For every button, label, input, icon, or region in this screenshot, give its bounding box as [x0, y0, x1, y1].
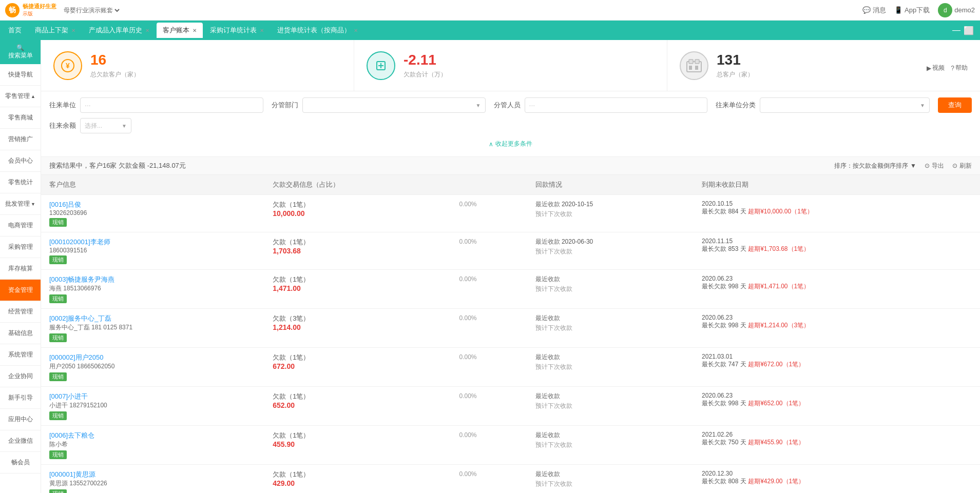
sidebar-item-new-guide[interactable]: 新手引导: [0, 387, 41, 409]
debt-pct: 0.00%: [459, 470, 477, 478]
logo-area: 畅 畅捷通好生意 示版: [5, 3, 56, 17]
sidebar-item-retail-stats[interactable]: 零售统计: [0, 172, 41, 193]
supplier-dots-icon: ···: [85, 101, 91, 109]
customer-name-link[interactable]: [0016]吕俊: [49, 200, 256, 209]
overdue-date: 2020.06.23: [702, 275, 972, 282]
sidebar-item-member-center[interactable]: 会员中心: [0, 150, 41, 172]
stat-info-debt: 16 总欠款客户（家）: [90, 52, 140, 79]
debt-amount[interactable]: 1,471.00: [273, 284, 443, 292]
maximize-icon[interactable]: ⬜: [964, 26, 974, 35]
message-button[interactable]: 💬 消息: [862, 6, 886, 15]
cell-customer-info-5: [0007]小进干 小进干 18279152100 现销: [41, 387, 264, 426]
collapse-button[interactable]: ∧ 收起更多条件: [49, 137, 972, 150]
dept-select[interactable]: ▼: [302, 97, 486, 113]
tab-home[interactable]: 首页: [2, 23, 28, 38]
last-collect-label: 最近收款: [535, 314, 686, 323]
sidebar-item-quick-nav[interactable]: 快捷导航: [0, 64, 41, 86]
sidebar-item-inventory[interactable]: 库存核算: [0, 258, 41, 280]
customer-name-link[interactable]: [0001020001]李老师: [49, 238, 256, 247]
tab-products-off[interactable]: 商品上下架 ✕: [29, 23, 82, 38]
table-row: [000001]黄思源 黄思源 13552700226 现销 欠款（1笔） 42…: [41, 465, 980, 494]
svg-text:¥: ¥: [66, 62, 70, 70]
search-button[interactable]: 查询: [938, 97, 972, 113]
overdue-amount-link[interactable]: 超期¥672.00（1笔）: [748, 361, 804, 368]
debt-amount[interactable]: 1,214.00: [273, 323, 443, 331]
debt-total-label: 欠款合计（万）: [403, 70, 447, 79]
tab-customer-account[interactable]: 客户账本 ✕: [157, 23, 203, 38]
minimize-icon[interactable]: —: [952, 26, 960, 35]
sort-select[interactable]: 排序：按欠款金额倒序排序 ▼: [834, 162, 916, 170]
sidebar-item-basic-info[interactable]: 基础信息: [0, 323, 41, 344]
sidebar-item-retail-mgmt[interactable]: 零售管理 ▲: [0, 86, 41, 107]
balance-select[interactable]: 选择... ▼: [80, 118, 131, 133]
sidebar-item-marketing[interactable]: 营销推广: [0, 129, 41, 150]
sidebar-item-enterprise-coop[interactable]: 企业协同: [0, 366, 41, 387]
overdue-date: 2021.03.01: [702, 353, 972, 360]
filter-supplier: 往来单位 ···: [49, 97, 263, 113]
export-button[interactable]: ⊙ 导出: [925, 162, 944, 170]
debt-amount[interactable]: 10,000.00: [273, 209, 443, 218]
refresh-button[interactable]: ⊙ 刷新: [952, 162, 972, 170]
close-icon[interactable]: ✕: [71, 28, 75, 33]
overdue-amount-link[interactable]: 超期¥1,214.00（3笔）: [748, 322, 810, 329]
chevron-down-icon: ▼: [920, 103, 925, 108]
user-menu[interactable]: d demo2: [938, 3, 975, 17]
debt-amount[interactable]: 672.00: [273, 362, 443, 370]
close-icon[interactable]: ✕: [354, 28, 358, 33]
table-header-row: 客户信息 欠款交易信息（占比） 回款情况 到期未收款日期: [41, 175, 980, 195]
close-icon[interactable]: ✕: [260, 28, 264, 33]
overdue-amount-link[interactable]: 超期¥1,703.68（1笔）: [748, 245, 810, 252]
sidebar-item-vip-member[interactable]: 畅会员: [0, 452, 41, 474]
tab-purchase-stats[interactable]: 进货单统计表（按商品） ✕: [271, 23, 364, 38]
debt-customers-label: 总欠款客户（家）: [90, 70, 140, 79]
cell-debt-info-1: 欠款（1笔） 1,703.68: [264, 232, 451, 270]
sidebar-item-operations[interactable]: 经营管理: [0, 301, 41, 323]
overdue-amount-link[interactable]: 超期¥10,000.00（1笔）: [748, 208, 813, 215]
sidebar-item-retail-mall[interactable]: 零售商城: [0, 107, 41, 129]
customer-name-link[interactable]: [0003]畅捷服务尹海燕: [49, 275, 256, 284]
sidebar-item-app-center[interactable]: 应用中心: [0, 409, 41, 430]
overdue-amount-link[interactable]: 超期¥652.00（1笔）: [748, 400, 804, 407]
customer-name-link[interactable]: [0002]服务中心_丁磊: [49, 314, 256, 323]
help-btn[interactable]: ? 帮助: [951, 64, 968, 72]
customer-name-link[interactable]: [0006]去下粮仓: [49, 431, 256, 440]
close-icon[interactable]: ✕: [193, 28, 197, 33]
overdue-date: 2020.10.15: [702, 200, 972, 207]
debt-amount[interactable]: 652.00: [273, 401, 443, 409]
overdue-amount-link[interactable]: 超期¥429.00（1笔）: [748, 478, 804, 485]
category-select[interactable]: ▼: [760, 97, 930, 113]
supplier-input[interactable]: ···: [80, 97, 263, 113]
video-btn[interactable]: ▶ 视频: [927, 64, 945, 72]
customer-tag: 现销: [49, 411, 67, 420]
top-bar-right: 💬 消息 📱 App下载 d demo2: [862, 3, 975, 17]
sidebar-item-capital[interactable]: 资金管理: [0, 280, 41, 301]
customer-name-link[interactable]: [000001]黄思源: [49, 470, 256, 479]
tab-purchase-order[interactable]: 采购订单统计表 ✕: [204, 23, 270, 38]
tenant-select[interactable]: 母婴行业演示账套: [62, 6, 121, 14]
cell-customer-info-2: [0003]畅捷服务尹海燕 海燕 18513066976 现销: [41, 270, 264, 309]
video-icon: ▶: [927, 65, 931, 72]
customer-name-link[interactable]: [000002]用户2050: [49, 353, 256, 362]
sidebar-item-batch-mgmt[interactable]: 批发管理 ▼: [0, 193, 41, 215]
sidebar-item-ecommerce[interactable]: 电商管理: [0, 215, 41, 236]
debt-count: 欠款（1笔）: [273, 200, 443, 209]
customer-name-link[interactable]: [0007]小进干: [49, 392, 256, 401]
cell-debt-pct-1: 0.00%: [451, 232, 527, 270]
debt-amount[interactable]: 455.90: [273, 440, 443, 448]
debt-amount[interactable]: 1,703.68: [273, 247, 443, 255]
tab-produce-history[interactable]: 产成品入库单历史 ✕: [83, 23, 156, 38]
sidebar-item-system-mgmt[interactable]: 系统管理: [0, 344, 41, 366]
overdue-amount-link[interactable]: 超期¥455.90（1笔）: [748, 439, 804, 446]
sidebar-search[interactable]: 🔍 搜索菜单: [0, 40, 41, 64]
overdue-amount-link[interactable]: 超期¥1,471.00（1笔）: [748, 283, 810, 290]
person-input[interactable]: ···: [525, 97, 708, 113]
stat-card-actions: ▶ 视频 ? 帮助: [927, 58, 968, 72]
sidebar-item-purchase-mgmt[interactable]: 采购管理: [0, 236, 41, 258]
overdue-date: 2021.02.26: [702, 431, 972, 438]
close-icon[interactable]: ✕: [145, 28, 149, 33]
sidebar-item-enterprise-wx[interactable]: 企业微信: [0, 430, 41, 452]
customer-phone: 服务中心_丁磊 181 0125 8371: [49, 323, 256, 332]
last-collect-label: 最近收款: [535, 275, 686, 284]
debt-amount[interactable]: 429.00: [273, 479, 443, 487]
app-download-button[interactable]: 📱 App下载: [894, 6, 930, 15]
